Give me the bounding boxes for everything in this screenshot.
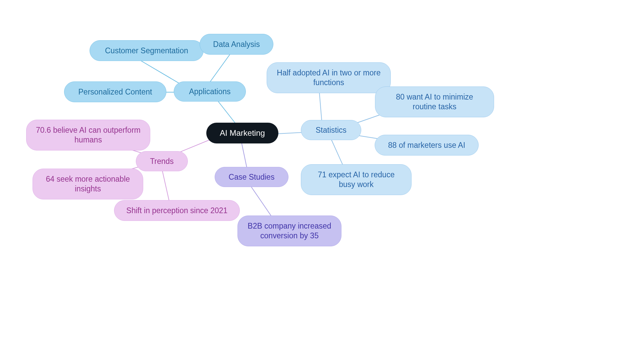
customer-segmentation-node[interactable]: Customer Segmentation <box>90 40 204 61</box>
root-label: AI Marketing <box>220 128 265 138</box>
actionable-node[interactable]: 64 seek more actionable insights <box>33 169 143 199</box>
customer-segmentation-label: Customer Segmentation <box>105 46 188 56</box>
actionable-label: 64 seek more actionable insights <box>42 174 133 194</box>
case-studies-label: Case Studies <box>229 172 275 182</box>
statistics-node[interactable]: Statistics <box>301 120 361 140</box>
applications-label: Applications <box>189 87 230 97</box>
half-adopted-label: Half adopted AI in two or more functions <box>276 68 381 87</box>
b2b-label: B2B company increased conversion by 35 <box>247 221 332 241</box>
shift-label: Shift in perception since 2021 <box>126 206 228 216</box>
trends-node[interactable]: Trends <box>136 151 188 171</box>
data-analysis-node[interactable]: Data Analysis <box>200 34 273 55</box>
root-node[interactable]: AI Marketing <box>206 123 278 143</box>
outperform-label: 70.6 believe AI can outperform humans <box>36 125 141 145</box>
mindmap-canvas: AI Marketing Applications Customer Segme… <box>0 0 644 363</box>
marketers-use-label: 88 of marketers use AI <box>388 140 465 150</box>
half-adopted-node[interactable]: Half adopted AI in two or more functions <box>267 62 391 93</box>
expect-reduce-node[interactable]: 71 expect AI to reduce busy work <box>301 164 412 195</box>
shift-node[interactable]: Shift in perception since 2021 <box>114 200 240 221</box>
marketers-use-node[interactable]: 88 of marketers use AI <box>375 135 479 156</box>
case-studies-node[interactable]: Case Studies <box>215 167 288 187</box>
b2b-node[interactable]: B2B company increased conversion by 35 <box>237 216 341 246</box>
minimize-tasks-node[interactable]: 80 want AI to minimize routine tasks <box>375 86 494 117</box>
personalized-content-node[interactable]: Personalized Content <box>64 81 166 102</box>
trends-label: Trends <box>150 157 174 166</box>
outperform-node[interactable]: 70.6 believe AI can outperform humans <box>26 120 150 150</box>
applications-node[interactable]: Applications <box>174 81 246 102</box>
svg-line-5 <box>210 54 230 82</box>
data-analysis-label: Data Analysis <box>213 40 260 49</box>
expect-reduce-label: 71 expect AI to reduce busy work <box>311 170 402 189</box>
statistics-label: Statistics <box>316 125 346 135</box>
personalized-content-label: Personalized Content <box>78 87 152 97</box>
minimize-tasks-label: 80 want AI to minimize routine tasks <box>385 92 484 112</box>
